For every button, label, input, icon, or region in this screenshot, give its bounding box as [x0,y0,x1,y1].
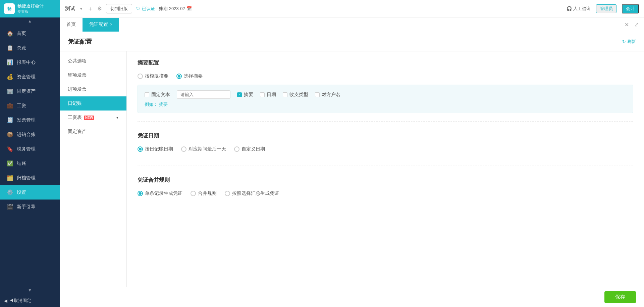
checkbox-box-payment-type [283,92,287,97]
consult-btn[interactable]: 🎧 人工咨询 [567,6,591,12]
tab-close-icon[interactable]: × [110,22,112,27]
radio-circle-merge-rules [191,191,196,196]
scroll-down-btn[interactable]: ▼ [0,287,60,294]
expand-btn[interactable]: ⤢ [633,20,640,29]
nav-item-fixed-assets[interactable]: 固定资产 [60,125,126,139]
options-row: 固定文本 ✓ 摘要 日期 [145,90,626,99]
tabs-actions: ✕ ⤢ [623,20,644,29]
tab-home[interactable]: 首页 [60,18,83,32]
chevron-down-icon: ▾ [116,116,118,120]
sidebar-item-label: 新手引导 [17,204,36,210]
checkbox-date[interactable]: 日期 [260,92,276,98]
nav-item-sales-invoice[interactable]: 销项发票 [60,68,126,82]
nav-item-label: 固定资产 [68,129,87,135]
calendar-icon[interactable]: 📅 [186,6,192,11]
settings-gear-icon[interactable]: ⚙ [97,5,102,12]
tax-icon: 🔖 [7,146,13,152]
checkbox-summary[interactable]: ✓ 摘要 [237,92,253,98]
radio-label: 对应期间最后一天 [189,146,226,152]
radio-select-summary[interactable]: 选择摘要 [176,73,203,79]
nav-item-payroll[interactable]: 工资表 NEW ▾ [60,111,126,125]
reports-icon: 📊 [7,59,13,65]
radio-circle-template [138,74,143,79]
save-button[interactable]: 保存 [604,291,636,303]
merge-rule-section: 凭证合并规则 单条记录生成凭证 合并规则 按照选择汇总生成凭证 [138,177,633,210]
topbar: 测试 ▼ ＋ ⚙ 切到旧版 🛡 已认证 账期 2023-02 📅 🎧 人工咨询 … [60,0,644,17]
tabs-bar: 首页 凭证配置 × ✕ ⤢ [60,17,644,32]
headset-icon: 🎧 [567,6,572,11]
radio-label: 选择摘要 [184,73,203,79]
scroll-up-btn[interactable]: ▲ [0,17,60,25]
topbar-right: 🎧 人工咨询 管理员 会计 [567,4,639,13]
radio-label: 按照选择汇总生成凭证 [232,190,279,196]
sidebar-item-tax[interactable]: 🔖 税务管理 [0,142,60,156]
voucher-date-title: 凭证日期 [138,132,633,139]
nav-item-label: 公共选项 [68,58,87,64]
checkbox-label: 固定文本 [151,92,170,98]
new-badge: NEW [84,116,94,120]
sidebar-item-guide[interactable]: 🎬 新手引导 [0,200,60,214]
sidebar-item-reports[interactable]: 📊 报表中心 [0,55,60,70]
checkbox-box-summary: ✓ [237,92,242,97]
voucher-date-radio-group: 按日记账日期 对应期间最后一天 自定义日期 [138,146,633,152]
body-layout: 公共选项 销项发票 进项发票 日记账 工资表 NEW ▾ 固定资产 [60,51,644,287]
nav-item-label: 工资表 [68,115,82,121]
sidebar-item-salary[interactable]: 💼 工资 [0,98,60,113]
radio-label: 按模版摘要 [145,73,168,79]
close-tab-btn[interactable]: ✕ [623,20,630,29]
sidebar-menu: 🏠 首页 📋 总账 📊 报表中心 💰 资金管理 🏢 固定资产 💼 工资 🧾 发票… [0,25,60,287]
sidebar-item-funds[interactable]: 💰 资金管理 [0,70,60,84]
tab-voucher-config[interactable]: 凭证配置 × [83,18,119,32]
sidebar-item-assets[interactable]: 🏢 固定资产 [0,84,60,98]
radio-journal-date[interactable]: 按日记账日期 [138,146,173,152]
sidebar-item-label: 工资 [17,103,26,109]
radio-single-record[interactable]: 单条记录生成凭证 [138,190,182,196]
nav-item-purchase-invoice[interactable]: 进项发票 [60,82,126,96]
checkbox-payment-type[interactable]: 收支类型 [283,92,308,98]
sidebar-item-home[interactable]: 🏠 首页 [0,26,60,41]
right-content-area: 摘要配置 按模版摘要 选择摘要 [127,51,644,287]
refresh-btn[interactable]: ↻ 刷新 [622,39,636,45]
company-dropdown-arrow[interactable]: ▼ [79,6,83,11]
cancel-fixed-btn[interactable]: ◀ ◀取消固定 [0,294,60,307]
switch-version-btn[interactable]: 切到旧版 [106,4,132,13]
radio-merge-rules[interactable]: 合并规则 [191,190,217,196]
cancel-fixed-label: ◀取消固定 [9,298,31,304]
close-accounts-icon: ✅ [7,160,13,167]
nav-item-journal[interactable]: 日记账 [60,96,126,111]
home-icon: 🏠 [7,30,13,37]
sidebar-item-close[interactable]: ✅ 结账 [0,156,60,171]
add-btn[interactable]: ＋ [87,5,93,13]
radio-custom-date[interactable]: 自定义日期 [234,146,265,152]
sidebar-item-settings[interactable]: ⚙️ 设置 [0,185,60,200]
fixed-text-input[interactable] [177,90,230,99]
sidebar-item-archive[interactable]: 🗂️ 归档管理 [0,171,60,185]
checkbox-fixed-text[interactable]: 固定文本 [145,92,170,98]
radio-circle-journal-date [138,146,143,152]
sidebar-item-invoice[interactable]: 🧾 发票管理 [0,113,60,127]
funds-icon: 💰 [7,74,13,80]
role-btn[interactable]: 会计 [622,4,639,13]
period-value: 2023-02 [169,6,185,11]
radio-aggregate[interactable]: 按照选择汇总生成凭证 [225,190,279,196]
checkbox-counterparty[interactable]: 对方户名 [315,92,340,98]
sidebar-item-ledger[interactable]: 📋 总账 [0,41,60,55]
nav-item-public[interactable]: 公共选项 [60,54,126,68]
sidebar-item-label: 固定资产 [17,88,36,94]
radio-period-last-day[interactable]: 对应期间最后一天 [181,146,226,152]
nav-item-label: 进项发票 [68,86,87,92]
summary-config-section: 摘要配置 按模版摘要 选择摘要 [138,59,633,122]
checkbox-label: 日期 [267,92,276,98]
sidebar-item-label: 首页 [17,31,26,37]
page-header: 凭证配置 ↻ 刷新 [60,32,644,51]
checkbox-label: 对方户名 [322,92,340,98]
page-title: 凭证配置 [68,38,92,46]
sidebar-item-trade[interactable]: 📦 进销台账 [0,127,60,142]
radio-label: 合并规则 [198,190,217,196]
refresh-label: 刷新 [627,39,636,45]
salary-icon: 💼 [7,102,13,109]
admin-btn[interactable]: 管理员 [596,4,616,13]
radio-template-summary[interactable]: 按模版摘要 [138,73,168,79]
app-name: 畅捷通好会计 [17,3,44,9]
main-content: 首页 凭证配置 × ✕ ⤢ 凭证配置 ↻ 刷新 公共选项 [60,17,644,307]
